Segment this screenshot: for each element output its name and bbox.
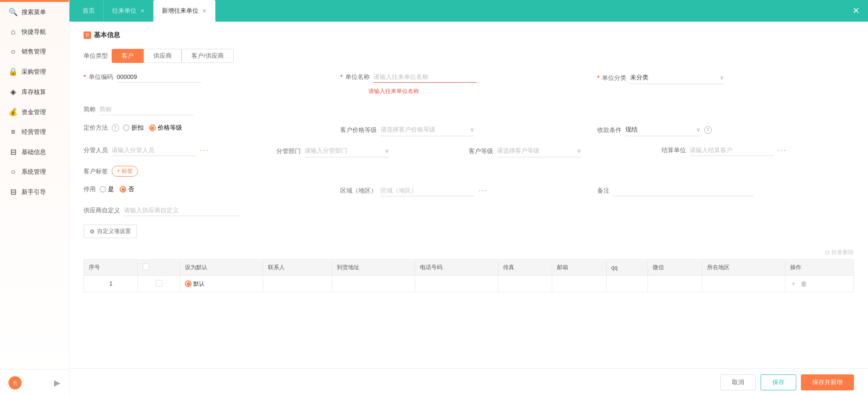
pricing-discount-radio[interactable]: 折扣: [123, 124, 144, 132]
manager-more-btn[interactable]: ···: [200, 146, 209, 155]
unit-type-label: 单位类型: [84, 52, 108, 60]
disabled-yes-circle: [99, 186, 106, 193]
sidebar-item-quicknav[interactable]: ⌂ 快捷导航: [0, 22, 69, 42]
row-address: [332, 276, 415, 292]
col-contact: 联系人: [263, 260, 332, 276]
row-checkbox[interactable]: [156, 280, 162, 287]
col-email: 邮箱: [552, 260, 606, 276]
department-select[interactable]: 请输入分管部门 ∨: [305, 145, 389, 157]
manager-label: 分管人员: [84, 146, 108, 155]
payment-terms-select[interactable]: 现结 ∨: [625, 124, 700, 136]
custom-settings-btn[interactable]: ⚙ 自定义项设置: [84, 225, 137, 238]
col-no: 序号: [84, 260, 138, 276]
supplier-custom-input[interactable]: [124, 205, 241, 216]
payment-terms-chevron: ∨: [696, 126, 700, 133]
col-phone: 电话号码: [415, 260, 498, 276]
select-all-checkbox[interactable]: [143, 264, 149, 270]
unit-name-error: 请输入往来单位名称: [368, 87, 419, 95]
table-header: 序号 设为默认 联系人 到货地址 电话号码 传真 邮箱 qq 微信 所在地区 操…: [84, 260, 854, 276]
region-input[interactable]: [381, 185, 474, 196]
sidebar-item-sales[interactable]: ○ 销售管理: [0, 42, 69, 62]
col-actions: 操作: [785, 260, 853, 276]
disabled-field: 停用 是 否: [84, 185, 340, 194]
sidebar-item-purchase-label: 采购管理: [22, 68, 46, 76]
custom-settings-area: ⚙ 自定义项设置: [84, 225, 854, 245]
row-delete-btn[interactable]: 🗑: [800, 280, 807, 287]
tags-row: 客户标签 + 标签: [84, 166, 854, 177]
sidebar-item-system[interactable]: ○ 系统管理: [0, 162, 69, 182]
unit-category-select[interactable]: 未分类 ∨: [630, 71, 724, 84]
abbreviation-input[interactable]: [99, 104, 193, 115]
tab-new-partner-close[interactable]: ✕: [202, 8, 206, 14]
row-default-cell: 默认: [180, 276, 263, 292]
manager-input[interactable]: [112, 145, 196, 156]
unit-category-value: 未分类: [630, 73, 718, 82]
window-close-icon[interactable]: ✕: [849, 6, 863, 16]
disabled-no-dot: [122, 188, 125, 191]
sidebar-item-operations[interactable]: ≡ 经营管理: [0, 122, 69, 142]
purchase-icon: 🔒: [8, 67, 18, 76]
payment-terms-value: 现结: [625, 125, 694, 134]
tab-partners[interactable]: 往来单位 ✕: [104, 0, 153, 22]
tags-label: 客户标签: [84, 167, 108, 176]
tab-partners-close[interactable]: ✕: [140, 8, 145, 14]
table-row: 1 默认: [84, 276, 854, 292]
pricing-help-icon[interactable]: ?: [112, 124, 119, 132]
add-tag-btn[interactable]: + 标签: [112, 166, 138, 177]
sidebar: 🔍 搜索菜单 ⌂ 快捷导航 ○ 销售管理 🔒 采购管理 ◈ 库存核算 💰 资金管…: [0, 0, 69, 396]
sidebar-item-basic[interactable]: ⊟ 基础信息: [0, 142, 69, 162]
cancel-button[interactable]: 取消: [720, 374, 756, 390]
settlement-unit-input[interactable]: [690, 145, 774, 156]
sidebar-item-basic-label: 基础信息: [22, 148, 46, 156]
manager-row: 分管人员 ··· 分管部门 请输入分管部门 ∨ 客户等级 请选择客户等级 ∨: [84, 145, 854, 157]
region-more-btn[interactable]: ···: [478, 186, 487, 195]
settlement-unit-field: 结算单位 ···: [662, 145, 854, 156]
unit-name-input[interactable]: [373, 71, 477, 83]
sidebar-item-search[interactable]: 🔍 搜索菜单: [0, 2, 69, 22]
row-wechat: [648, 276, 702, 292]
remarks-input[interactable]: [613, 185, 754, 196]
batch-delete-btn[interactable]: ⊟ 批量删除: [825, 248, 854, 256]
tab-home[interactable]: 首页: [74, 0, 104, 22]
customer-price-level-placeholder: 请选择客户价格等级: [381, 125, 468, 134]
customer-level-placeholder: 请选择客户等级: [497, 147, 575, 155]
sidebar-item-purchase[interactable]: 🔒 采购管理: [0, 62, 69, 82]
disabled-yes-radio[interactable]: 是: [99, 185, 114, 194]
pricing-level-radio[interactable]: 价格等级: [149, 124, 182, 132]
expand-icon[interactable]: ▶: [54, 378, 61, 388]
payment-help-icon[interactable]: ?: [704, 126, 712, 134]
settlement-more-btn[interactable]: ···: [778, 146, 787, 155]
department-field: 分管部门 请输入分管部门 ∨: [276, 145, 469, 157]
sidebar-item-system-label: 系统管理: [22, 168, 46, 176]
customer-level-field: 客户等级 请选择客户等级 ∨: [469, 145, 662, 157]
unit-code-field: * 单位编码: [84, 71, 340, 83]
unit-type-customer-btn[interactable]: 客户: [112, 49, 144, 63]
section-title: 基本信息: [94, 31, 120, 39]
customer-level-select[interactable]: 请选择客户等级 ∨: [497, 145, 581, 157]
row-default-radio[interactable]: 默认: [185, 280, 258, 288]
department-placeholder: 请输入分管部门: [305, 147, 383, 155]
tab-home-label: 首页: [83, 7, 95, 15]
remarks-field: 备注: [597, 185, 854, 196]
disabled-yes-label: 是: [108, 185, 114, 194]
footer-bar: 取消 保存 保存并新增: [69, 368, 868, 396]
row-qq: [606, 276, 647, 292]
unit-type-supplier-btn[interactable]: 供应商: [144, 49, 182, 63]
tab-new-partner[interactable]: 新增往来单位 ✕: [153, 0, 215, 22]
unit-code-input[interactable]: [117, 71, 201, 83]
sidebar-item-inventory[interactable]: ◈ 库存核算: [0, 82, 69, 102]
tags-field: 客户标签 + 标签: [84, 166, 854, 177]
pricing-level-label: 价格等级: [158, 124, 182, 132]
sidebar-item-newguide[interactable]: ⊟ 新手引导: [0, 182, 69, 202]
pricing-level-dot: [151, 126, 154, 130]
unit-type-group: 客户 供应商 客户/供应商: [112, 49, 234, 63]
sidebar-item-finance[interactable]: 💰 资金管理: [0, 102, 69, 122]
payment-terms-label: 收款条件: [597, 126, 622, 134]
customer-price-level-select[interactable]: 请选择客户价格等级 ∨: [381, 124, 474, 136]
unit-type-both-btn[interactable]: 客户/供应商: [182, 49, 234, 63]
save-and-new-button[interactable]: 保存并新增: [801, 374, 854, 390]
supplier-custom-label: 供应商自定义: [84, 206, 120, 215]
row-add-btn[interactable]: ＋: [790, 280, 797, 288]
save-button[interactable]: 保存: [761, 374, 796, 390]
disabled-no-radio[interactable]: 否: [120, 185, 134, 194]
